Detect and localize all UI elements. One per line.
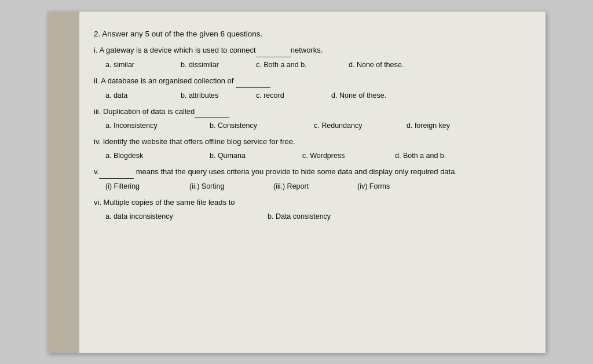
- q2-option-a: a. data: [105, 90, 181, 101]
- question-vi-text: vi. Multiple copies of the same file lea…: [94, 197, 517, 209]
- q5-option-a: (i) Filtering: [105, 181, 181, 192]
- roman-i: i.: [94, 46, 99, 54]
- question-v-text: v. means that the query uses criteria yo…: [94, 166, 517, 179]
- q1-text: A gateway is a device which is used to c…: [99, 46, 323, 54]
- question-ii-text: ii. A database is an organised collectio…: [94, 75, 517, 88]
- q3-option-b: b. Consistency: [210, 120, 314, 131]
- q2-option-d: d. None of these.: [331, 90, 424, 101]
- q6-option-a: a. data inconsistency: [105, 211, 268, 222]
- roman-v: v.: [94, 167, 99, 176]
- question-v: v. means that the query uses criteria yo…: [94, 166, 517, 192]
- q4-option-c: c. Wordpress: [302, 150, 395, 161]
- roman-iv: iv.: [94, 137, 103, 146]
- q4-text: Identify the website that offers offline…: [103, 137, 295, 146]
- q4-option-a: a. Blogdesk: [105, 150, 210, 161]
- q4-options: a. Blogdesk b. Qumana c. Wordpress d. Bo…: [105, 150, 517, 161]
- q3-option-c: c. Redundancy: [314, 120, 407, 131]
- section-heading: 2. Answer any 5 out of the the given 6 q…: [94, 28, 517, 41]
- q6-option-b: b. Data consistency: [268, 211, 430, 222]
- q3-option-a: a. Inconsistency: [105, 120, 210, 131]
- q5-text: means that the query uses criteria you p…: [136, 167, 457, 176]
- q2-text: A database is an organised collection of: [101, 76, 270, 85]
- q3-option-d: d. foreign key: [407, 120, 482, 131]
- q2-option-c: c. record: [256, 90, 331, 101]
- q4-option-b: b. Qumana: [210, 150, 302, 161]
- q4-option-d: d. Both a and b.: [395, 150, 488, 161]
- question-vi: vi. Multiple copies of the same file lea…: [94, 197, 517, 222]
- q5-option-d: (iv) Forms: [357, 181, 433, 192]
- paper: 2. Answer any 5 out of the the given 6 q…: [47, 12, 546, 353]
- q2-options: a. data b. attributes c. record d. None …: [105, 90, 517, 101]
- roman-ii: ii.: [94, 76, 101, 85]
- content: 2. Answer any 5 out of the the given 6 q…: [94, 28, 517, 222]
- q5-option-c: (iii.) Report: [273, 181, 349, 192]
- q5-option-b: (ii.) Sorting: [189, 181, 265, 192]
- q1-options: a. similar b. dissimilar c. Both a and b…: [105, 59, 517, 71]
- q3-options: a. Inconsistency b. Consistency c. Redun…: [105, 120, 517, 131]
- question-ii: ii. A database is an organised collectio…: [94, 75, 517, 101]
- q1-option-c: c. Both a and b.: [256, 59, 349, 71]
- q1-option-a: a. similar: [105, 59, 181, 71]
- roman-iii: iii.: [94, 107, 103, 116]
- q6-options: a. data inconsistency b. Data consistenc…: [105, 211, 517, 222]
- q1-option-d: d. None of these.: [349, 59, 441, 71]
- question-i: i. A gateway is a device which is used t…: [94, 45, 517, 71]
- question-iii: iii. Duplication of data is called a. In…: [94, 106, 517, 132]
- q3-text: Duplication of data is called: [103, 107, 229, 116]
- q1-option-b: b. dissimilar: [181, 59, 256, 71]
- q2-option-b: b. attributes: [181, 90, 256, 101]
- question-iii-text: iii. Duplication of data is called: [94, 106, 517, 119]
- q5-options: (i) Filtering (ii.) Sorting (iii.) Repor…: [105, 181, 517, 192]
- question-iv: iv. Identify the website that offers off…: [94, 136, 517, 161]
- question-iv-text: iv. Identify the website that offers off…: [94, 136, 517, 148]
- question-i-text: i. A gateway is a device which is used t…: [94, 45, 517, 57]
